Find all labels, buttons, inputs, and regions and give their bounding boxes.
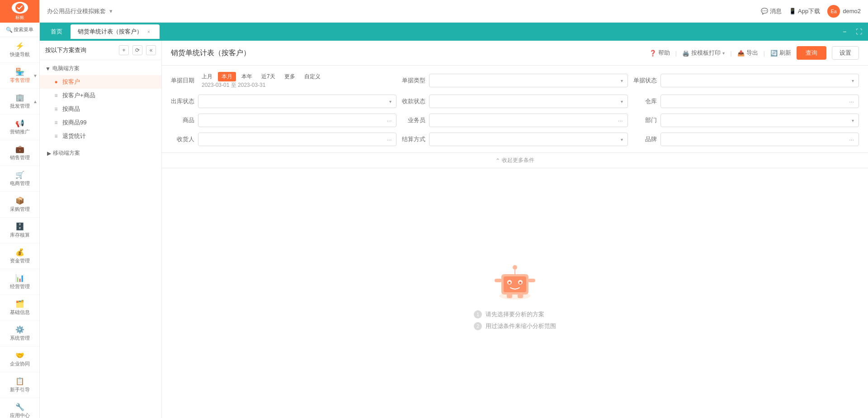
print-btn[interactable]: 🖨️ 按模板打印 ▾ <box>682 49 725 57</box>
sidebar-item-guide[interactable]: 📋 新手引导 <box>0 372 39 398</box>
wholesale-expand-icon: ▲ <box>33 99 38 104</box>
home-tab[interactable]: 首页 <box>43 24 70 39</box>
sidebar-item-basics[interactable]: 🗂️ 基础信息 <box>0 295 39 321</box>
help-btn[interactable]: ❓ 帮助 <box>649 49 670 57</box>
dropdown-icon[interactable]: ▾ <box>109 8 113 14</box>
scheme-item-label-goods: 按商品 <box>62 105 80 113</box>
goods-control[interactable]: ··· <box>198 114 396 127</box>
scheme-item-by-goods-99[interactable]: ≡ 按商品99 <box>40 116 161 129</box>
sidebar-item-shortcut[interactable]: ⚡ 快捷导航 <box>0 37 39 63</box>
out-status-control[interactable]: ▾ <box>198 95 396 108</box>
date-btn-thisyear[interactable]: 本年 <box>238 72 256 81</box>
tab-minimize-btn[interactable]: − <box>839 26 850 37</box>
date-label: 单据日期 <box>171 76 194 85</box>
brand-dots: ··· <box>849 136 854 143</box>
user-area[interactable]: Ea demo2 <box>827 5 861 18</box>
warehouse-control[interactable]: ··· <box>660 95 859 108</box>
date-btn-thismonth[interactable]: 本月 <box>218 72 236 81</box>
warehouse-select[interactable]: ··· <box>660 95 859 108</box>
bill-status-label: 单据状态 <box>633 76 657 85</box>
collapse-row: ⌃ 收起更多条件 <box>162 153 868 168</box>
salesperson-control[interactable]: ··· <box>429 114 627 127</box>
message-btn[interactable]: 💬 消息 <box>761 7 782 15</box>
search-menu-item[interactable]: 🔍 搜索菜单 <box>0 23 39 37</box>
date-btn-more[interactable]: 更多 <box>281 72 299 81</box>
scheme-group-mobile[interactable]: ▶ 移动端方案 <box>40 147 161 160</box>
salesperson-dots: ··· <box>618 117 623 124</box>
active-tab[interactable]: 销货单统计表（按客户） × <box>71 24 160 39</box>
sidebar-item-operations[interactable]: 📊 经营管理 <box>0 269 39 295</box>
collapse-panel-btn[interactable]: « <box>146 45 156 55</box>
date-btn-lastmonth[interactable]: 上月 <box>198 72 216 81</box>
sidebar-item-marketing[interactable]: 📢 营销推广 <box>0 114 39 140</box>
tab-maximize-btn[interactable]: ⛶ <box>854 26 864 37</box>
sidebar-item-wholesale[interactable]: 🏢 批发管理 ▲ <box>0 89 39 114</box>
sidebar-item-purchase[interactable]: 📦 采购管理 <box>0 192 39 218</box>
bill-status-select[interactable]: ▾ <box>660 74 859 87</box>
bill-status-control[interactable]: ▾ <box>660 74 859 87</box>
receiver-select[interactable]: ··· <box>198 133 396 146</box>
refresh-scheme-btn[interactable]: ⟳ <box>132 45 142 55</box>
tab-close-btn[interactable]: × <box>145 28 152 35</box>
scheme-item-by-customer[interactable]: ● 按客户 <box>40 75 161 89</box>
scheme-group-desktop[interactable]: ▼ 电脑端方案 <box>40 62 161 75</box>
settings-button[interactable]: 设置 <box>832 46 859 60</box>
add-icon: + <box>122 47 125 53</box>
sidebar-logo: 标账 <box>0 0 39 23</box>
sidebar-item-cooperation[interactable]: 🤝 企业协同 <box>0 347 39 372</box>
export-btn[interactable]: 📤 导出 <box>737 49 758 57</box>
date-btn-7days[interactable]: 近7天 <box>258 72 279 81</box>
date-btn-custom[interactable]: 自定义 <box>301 72 324 81</box>
goods-99-icon: ≡ <box>52 119 60 126</box>
sidebar-item-retail[interactable]: 🏪 零售管理 ▼ <box>0 63 39 89</box>
sidebar-item-inventory[interactable]: 🗄️ 库存核算 <box>0 218 39 243</box>
group-arrow-desktop: ▼ <box>45 66 51 72</box>
system-label: 系统管理 <box>10 335 30 342</box>
sidebar-item-system[interactable]: ⚙️ 系统管理 <box>0 321 39 347</box>
group-arrow-mobile: ▶ <box>47 150 51 157</box>
salesperson-select[interactable]: ··· <box>429 114 627 127</box>
group-label-desktop: 电脑端方案 <box>52 65 80 72</box>
print-label: 按模板打印 <box>691 49 721 57</box>
scheme-item-return-stats[interactable]: ≡ 退货统计 <box>40 129 161 143</box>
guide-label: 新手引导 <box>10 386 30 393</box>
settlement-select[interactable]: ▾ <box>429 133 627 146</box>
settlement-control[interactable]: ▾ <box>429 133 627 146</box>
query-button[interactable]: 查询 <box>797 46 826 60</box>
receiver-control[interactable]: ··· <box>198 133 396 146</box>
department-cell: 部门 ▾ <box>633 114 859 127</box>
brand-control[interactable]: ··· <box>660 133 859 146</box>
sidebar-item-ecommerce[interactable]: 🛒 电商管理 <box>0 166 39 192</box>
operations-label: 经营管理 <box>10 283 30 290</box>
scheme-item-by-goods[interactable]: ≡ 按商品 <box>40 102 161 116</box>
salesperson-cell: 业务员 ··· <box>402 114 627 127</box>
payment-status-control[interactable]: ▾ <box>429 95 627 108</box>
sidebar-item-finance[interactable]: 💰 资金管理 <box>0 243 39 269</box>
department-select[interactable]: ▾ <box>660 114 859 127</box>
add-scheme-btn[interactable]: + <box>119 45 129 55</box>
inventory-label: 库存核算 <box>10 232 30 238</box>
tab-bar: 首页 销货单统计表（按客户） × − ⛶ <box>40 23 868 41</box>
empty-tips: 1 请先选择要分析的方案 2 用过滤条件来缩小分析范围 <box>474 310 556 330</box>
out-status-select[interactable]: ▾ <box>198 95 396 108</box>
sidebar-item-appcenter[interactable]: 🔧 应用中心 <box>0 398 39 418</box>
inventory-icon: 🗄️ <box>15 222 24 231</box>
goods-select[interactable]: ··· <box>198 114 396 127</box>
bill-type-control[interactable]: ▾ <box>429 74 627 87</box>
app-download-btn[interactable]: 📱 App下载 <box>789 7 820 15</box>
settlement-cell: 结算方式 ▾ <box>402 133 627 146</box>
scheme-item-by-customer-goods[interactable]: ≡ 按客户+商品 <box>40 89 161 102</box>
cooperation-icon: 🤝 <box>15 351 24 360</box>
svg-point-9 <box>513 265 517 270</box>
svg-point-7 <box>519 282 522 284</box>
sidebar-item-sales[interactable]: 💼 销售管理 <box>0 140 39 166</box>
bill-type-select[interactable]: ▾ <box>429 74 627 87</box>
payment-status-select[interactable]: ▾ <box>429 95 627 108</box>
brand-select[interactable]: ··· <box>660 133 859 146</box>
refresh-btn[interactable]: 🔄 刷新 <box>770 49 791 57</box>
bill-type-cell: 单据类型 ▾ <box>402 74 627 87</box>
collapse-conditions-btn[interactable]: ⌃ 收起更多条件 <box>495 157 534 164</box>
export-icon: 📤 <box>737 50 745 57</box>
warehouse-dots: ··· <box>849 98 854 105</box>
department-control[interactable]: ▾ <box>660 114 859 127</box>
